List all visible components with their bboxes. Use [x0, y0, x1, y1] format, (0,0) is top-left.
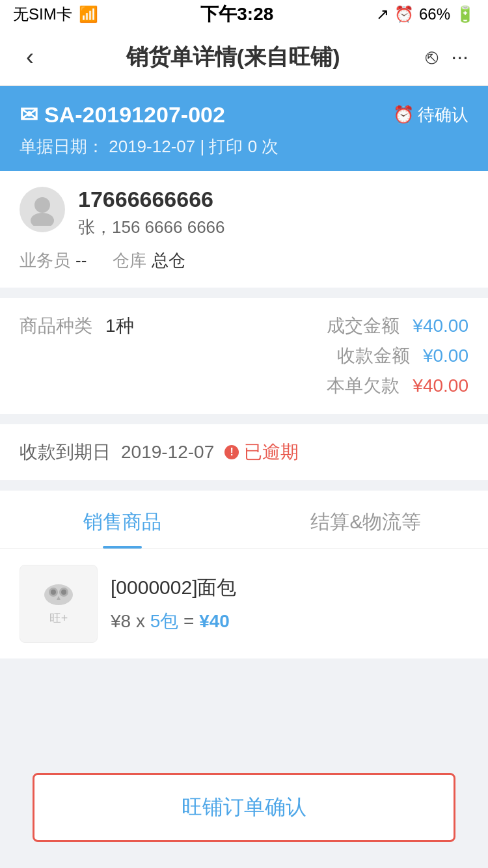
- date-label: 单据日期：: [20, 137, 104, 156]
- product-image-inner: 旺+: [39, 582, 78, 626]
- svg-point-2: [44, 584, 73, 605]
- table-row: 旺+ [0000002]面包 ¥8 x 5包 = ¥40: [0, 549, 488, 658]
- received-amount-label: 收款金额: [337, 344, 410, 368]
- battery-label: 66%: [419, 5, 450, 23]
- order-status: ⏰ 待确认: [393, 103, 468, 126]
- price-qty: 5包: [150, 611, 179, 631]
- price-total: ¥40: [199, 611, 230, 631]
- product-price: ¥8 x 5包 = ¥40: [111, 609, 468, 634]
- back-button[interactable]: ‹: [20, 37, 40, 77]
- deal-amount-label: 成交金额: [327, 314, 400, 338]
- bottom-button-container: 旺铺订单确认: [33, 773, 455, 842]
- product-image: 旺+: [20, 565, 98, 643]
- battery-icon: 🔋: [455, 5, 475, 23]
- order-number-text: SA-20191207-002: [44, 102, 225, 128]
- received-amount-row: 收款金额 ¥0.00: [337, 344, 468, 368]
- sales-value: --: [75, 251, 87, 271]
- order-number: ✉ SA-20191207-002: [20, 102, 225, 128]
- svg-point-6: [61, 590, 66, 595]
- alarm-icon: ⏰: [394, 5, 414, 23]
- price-equals: =: [183, 611, 199, 631]
- status-bar-right: ↗ ⏰ 66% 🔋: [376, 5, 475, 23]
- tab-sales-products[interactable]: 销售商品: [0, 491, 244, 549]
- summary-card: 商品种类 1种 成交金额 ¥40.00 收款金额 ¥0.00 本单欠款 ¥40.…: [0, 298, 488, 414]
- owed-amount-row: 本单欠款 ¥40.00: [327, 373, 468, 398]
- received-amount-value: ¥0.00: [423, 346, 468, 366]
- customer-card: 17666666666 张，156 6666 6666 业务员 -- 仓库 总仓: [0, 171, 488, 288]
- share-button[interactable]: ⎋: [426, 45, 438, 69]
- warehouse-label: 仓库: [113, 249, 146, 272]
- order-icon: ✉: [20, 102, 38, 128]
- status-bar-left: 无SIM卡 📶: [13, 4, 98, 25]
- order-header-top: ✉ SA-20191207-002 ⏰ 待确认: [20, 102, 468, 128]
- brand-plus: 旺+: [49, 610, 68, 626]
- svg-point-1: [31, 213, 54, 226]
- confirm-order-button[interactable]: 旺铺订单确认: [33, 773, 455, 842]
- warehouse-value: 总仓: [152, 249, 185, 272]
- time-label: 下午3:28: [200, 2, 273, 27]
- owed-amount-value: ¥40.00: [413, 375, 468, 396]
- more-button[interactable]: ···: [451, 45, 468, 69]
- sales-meta: 业务员 --: [20, 249, 87, 272]
- due-date-card: 收款到期日 2019-12-07 ! 已逾期: [0, 424, 488, 480]
- print-info: 打印 0 次: [209, 137, 278, 156]
- overdue-text: 已逾期: [244, 440, 299, 465]
- customer-meta: 业务员 -- 仓库 总仓: [20, 249, 468, 272]
- product-info: [0000002]面包 ¥8 x 5包 = ¥40: [111, 575, 468, 634]
- bottom-space: [0, 658, 488, 789]
- price-value: ¥8: [111, 611, 131, 631]
- page-title: 销货单详情(来自旺铺): [40, 42, 426, 72]
- customer-phone: 17666666666: [78, 187, 468, 212]
- owed-amount-label: 本单欠款: [327, 373, 400, 398]
- summary-left: 商品种类 1种: [20, 314, 134, 338]
- order-date-row: 单据日期： 2019-12-07 | 打印 0 次: [20, 135, 468, 158]
- overdue-icon: !: [224, 445, 239, 459]
- deal-amount-value: ¥40.00: [413, 316, 468, 336]
- customer-details: 17666666666 张，156 6666 6666: [78, 187, 468, 239]
- location-icon: ↗: [376, 5, 389, 23]
- product-type-label: 商品种类: [20, 314, 92, 338]
- tab-settlement-label: 结算&物流等: [310, 511, 421, 532]
- separator: |: [200, 137, 209, 156]
- product-type-value: 1种: [105, 314, 134, 338]
- tabs-bar: 销售商品 结算&物流等: [0, 491, 488, 549]
- nav-bar: ‹ 销货单详情(来自旺铺) ⎋ ···: [0, 29, 488, 86]
- status-text: 待确认: [418, 103, 468, 126]
- nav-actions: ⎋ ···: [426, 45, 468, 69]
- carrier-label: 无SIM卡: [13, 4, 72, 25]
- warehouse-meta: 仓库 总仓: [113, 249, 185, 272]
- overdue-badge: ! 已逾期: [224, 440, 299, 465]
- product-list: 旺+ [0000002]面包 ¥8 x 5包 = ¥40: [0, 549, 488, 658]
- svg-point-0: [34, 197, 50, 213]
- customer-name: 张，156 6666 6666: [78, 216, 468, 239]
- tab-sales-label: 销售商品: [83, 511, 161, 532]
- status-clock-icon: ⏰: [393, 105, 414, 125]
- product-name: [0000002]面包: [111, 575, 468, 601]
- sales-label: 业务员: [20, 249, 70, 272]
- avatar: [20, 187, 65, 232]
- svg-point-5: [51, 590, 56, 595]
- wifi-icon: 📶: [79, 5, 98, 23]
- customer-info: 17666666666 张，156 6666 6666: [20, 187, 468, 239]
- due-date-value: 2019-12-07: [121, 442, 214, 463]
- deal-amount-row: 成交金额 ¥40.00: [327, 314, 468, 338]
- price-multiply: x: [136, 611, 150, 631]
- summary-right: 成交金额 ¥40.00 收款金额 ¥0.00 本单欠款 ¥40.00: [327, 314, 468, 398]
- due-date-label: 收款到期日: [20, 440, 111, 465]
- order-header: ✉ SA-20191207-002 ⏰ 待确认 单据日期： 2019-12-07…: [0, 86, 488, 171]
- status-bar: 无SIM卡 📶 下午3:28 ↗ ⏰ 66% 🔋: [0, 0, 488, 29]
- order-date-value: 2019-12-07: [109, 137, 195, 156]
- tab-settlement[interactable]: 结算&物流等: [244, 491, 488, 549]
